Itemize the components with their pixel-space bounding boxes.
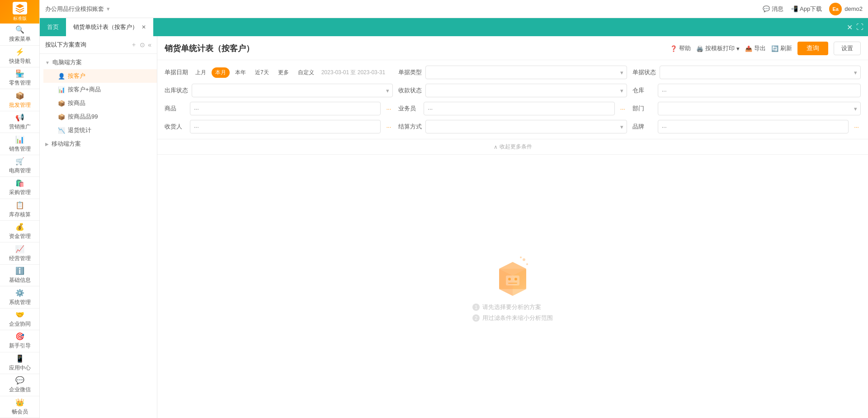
topbar: 办公用品行业模拟账套 ▾ 💬 消息 📲 App下载 Ea demo2 <box>40 0 868 18</box>
doc-status-label: 单据状态 <box>632 68 656 76</box>
hint-text-1: 请先选择要分析的方案 <box>482 303 541 311</box>
tree-item-return-stat[interactable]: 📉 退货统计 <box>43 124 157 137</box>
return-stat-icon: 📉 <box>58 127 65 134</box>
sidebar-item-app-center[interactable]: 📱 应用中心 <box>0 352 40 374</box>
tab-close-icon[interactable]: ✕ <box>142 24 146 30</box>
by-customer-label: 按客户 <box>68 72 85 80</box>
refresh-label: 刷新 <box>780 44 792 52</box>
help-label: 帮助 <box>679 44 691 52</box>
tree-item-by-goods-99[interactable]: 📦 按商品品99 <box>43 110 157 124</box>
sidebar-item-purchase-mgmt[interactable]: 🛍️ 采购管理 <box>0 177 40 199</box>
doc-status-select[interactable] <box>660 66 861 79</box>
hint-text-2: 用过滤条件来缩小分析范围 <box>482 314 553 322</box>
receiver-input[interactable] <box>190 120 381 133</box>
date-btn-this-month[interactable]: 本月 <box>212 67 230 78</box>
sidebar-item-system-mgmt[interactable]: ⚙️ 系统管理 <box>0 286 40 308</box>
query-button[interactable]: 查询 <box>797 42 828 55</box>
basic-info-icon: ℹ️ <box>15 266 24 275</box>
payment-status-label: 收款状态 <box>398 86 422 95</box>
export-button[interactable]: 📤 导出 <box>745 44 766 52</box>
tree-group-desktop[interactable]: ▼ 电脑端方案 <box>40 56 157 69</box>
tree-group-mobile[interactable]: ▶ 移动端方案 <box>40 137 157 151</box>
sidebar-item-member[interactable]: 👑 畅会员 <box>0 396 40 418</box>
settings-scheme-button[interactable]: ⊙ <box>140 41 145 48</box>
app-download-label: App下载 <box>800 5 822 13</box>
salesperson-ellipsis-btn[interactable]: ··· <box>618 105 627 112</box>
sidebar-item-inventory[interactable]: 📋 库存核算 <box>0 199 40 221</box>
sidebar-item-quick-nav[interactable]: ⚡ 快捷导航 <box>0 46 40 67</box>
page-action-buttons: ❓ 帮助 🖨️ 按模板打印 ▾ 📤 导出 🔄 刷新 <box>670 42 861 55</box>
sidebar-item-retail-mgmt[interactable]: 🏪 零售管理 <box>0 67 40 89</box>
app-download-button[interactable]: 📲 App下载 <box>791 5 822 13</box>
warehouse-input[interactable] <box>658 84 861 97</box>
doc-status-select-wrap <box>660 66 861 79</box>
sidebar: 标准版 🔍 搜索菜单 ⚡ 快捷导航 🏪 零售管理 📦 批发管理 📢 营销推广 📊… <box>0 0 40 418</box>
date-btn-last-month[interactable]: 上月 <box>192 67 210 78</box>
svg-point-4 <box>523 258 525 261</box>
collapse-panel-button[interactable]: « <box>148 41 151 48</box>
collapse-more-bar[interactable]: ∧ 收起更多条件 <box>157 139 868 155</box>
payment-status-select[interactable] <box>425 84 627 97</box>
sidebar-item-enterprise-collab[interactable]: 🤝 企业协同 <box>0 309 40 330</box>
tab-expand-icon[interactable]: ⛶ <box>856 23 863 31</box>
goods-input[interactable] <box>190 102 381 115</box>
brand-ellipsis-btn[interactable]: ··· <box>852 124 861 130</box>
dept-select-wrap <box>658 102 861 115</box>
tree-item-by-goods[interactable]: 📦 按商品 <box>43 96 157 110</box>
salesperson-input[interactable] <box>424 102 614 115</box>
hint-num-2: 2 <box>472 314 480 322</box>
brand-label: 品牌 <box>632 123 654 131</box>
out-status-select[interactable] <box>192 84 393 97</box>
date-btn-more[interactable]: 更多 <box>274 67 292 78</box>
add-scheme-button[interactable]: ＋ <box>131 41 137 49</box>
collab-icon: 🤝 <box>15 310 24 319</box>
tab-close-all-icon[interactable]: ✕ <box>847 23 853 32</box>
app-center-icon: 📱 <box>15 354 24 363</box>
tab-sales-stat[interactable]: 销货单统计表（按客户） ✕ <box>66 18 153 36</box>
filter-salesperson-item: 业务员 ··· <box>398 102 627 115</box>
wholesale-icon: 📦 <box>15 91 24 100</box>
sidebar-item-search-menu[interactable]: 🔍 搜索菜单 <box>0 24 40 45</box>
date-btn-this-year[interactable]: 本年 <box>231 67 250 78</box>
svg-point-6 <box>520 256 522 258</box>
collapse-more-label: 收起更多条件 <box>500 143 532 151</box>
receiver-ellipsis-btn[interactable]: ··· <box>384 124 393 130</box>
sidebar-item-new-guide[interactable]: 🎯 新手引导 <box>0 330 40 352</box>
date-btn-last-7days[interactable]: 近7天 <box>251 67 273 78</box>
sidebar-item-ops-mgmt[interactable]: 📈 经营管理 <box>0 242 40 264</box>
scheme-tree: ▼ 电脑端方案 👤 按客户 📊 按客户+商品 📦 按商品 <box>40 54 157 418</box>
tree-item-by-customer-goods[interactable]: 📊 按客户+商品 <box>43 83 157 96</box>
goods-ellipsis-btn[interactable]: ··· <box>384 105 393 112</box>
settlement-select[interactable] <box>425 120 627 133</box>
left-panel: 按以下方案查询 ＋ ⊙ « ▼ 电脑端方案 👤 按客户 <box>40 36 157 418</box>
payment-status-select-wrap <box>425 84 627 97</box>
sidebar-item-basic-info[interactable]: ℹ️ 基础信息 <box>0 265 40 286</box>
empty-illustration <box>490 251 535 296</box>
sidebar-item-marketing[interactable]: 📢 营销推广 <box>0 111 40 133</box>
brand-input[interactable] <box>658 120 849 133</box>
sidebar-item-finance-mgmt[interactable]: 💰 资金管理 <box>0 221 40 242</box>
settings-button[interactable]: 设置 <box>834 42 861 55</box>
user-menu-button[interactable]: Ea demo2 <box>829 3 863 15</box>
left-panel-header: 按以下方案查询 ＋ ⊙ « <box>40 36 157 54</box>
industry-dropdown-icon[interactable]: ▾ <box>107 5 110 12</box>
sidebar-item-sales-mgmt[interactable]: 📊 销售管理 <box>0 133 40 155</box>
topbar-left: 办公用品行业模拟账套 ▾ <box>45 5 110 13</box>
app-logo[interactable]: 标准版 <box>0 0 40 24</box>
refresh-button[interactable]: 🔄 刷新 <box>771 44 792 52</box>
sidebar-item-ecom-mgmt[interactable]: 🛒 电商管理 <box>0 155 40 177</box>
template-print-button[interactable]: 🖨️ 按模板打印 ▾ <box>696 44 740 52</box>
doc-type-select[interactable] <box>425 66 627 79</box>
message-button[interactable]: 💬 消息 <box>763 5 783 13</box>
doc-type-label: 单据类型 <box>398 68 422 76</box>
sidebar-item-enterprise-wechat[interactable]: 💬 企业微信 <box>0 374 40 396</box>
filter-row-1: 单据日期 上月 本月 本年 近7天 更多 自定义 2023-03-01 至 20… <box>165 66 861 79</box>
sidebar-item-wholesale-mgmt[interactable]: 📦 批发管理 <box>0 89 40 111</box>
date-btn-custom[interactable]: 自定义 <box>294 67 318 78</box>
dept-select[interactable] <box>658 102 861 115</box>
help-button[interactable]: ❓ 帮助 <box>670 44 691 52</box>
tab-home[interactable]: 首页 <box>40 18 66 36</box>
help-icon: ❓ <box>670 45 677 52</box>
tree-item-by-customer[interactable]: 👤 按客户 <box>43 69 157 83</box>
empty-hints: 1 请先选择要分析的方案 2 用过滤条件来缩小分析范围 <box>472 303 553 322</box>
